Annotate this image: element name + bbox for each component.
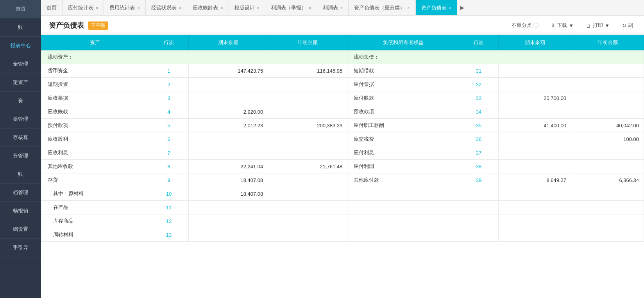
liability-year-start: 40,042.00 bbox=[571, 119, 644, 132]
liability-row-num: 33 bbox=[459, 91, 498, 105]
asset-name: 预付款项 bbox=[41, 119, 149, 132]
sidebar-item-basic-settings[interactable]: 础设置 bbox=[0, 220, 41, 239]
tab-close-balance-reclassified[interactable]: × bbox=[407, 5, 410, 10]
liability-period-end bbox=[499, 228, 571, 242]
sidebar-item-fund-mgmt[interactable]: 金管理 bbox=[0, 55, 41, 73]
asset-name: 应收票据 bbox=[41, 91, 149, 105]
asset-row-num: 8 bbox=[149, 160, 188, 173]
sidebar-item-investment[interactable]: 资 bbox=[0, 92, 41, 110]
sidebar-item-inventory[interactable]: 存核算 bbox=[0, 128, 41, 147]
asset-year-start bbox=[268, 146, 347, 160]
asset-row-num: 4 bbox=[149, 105, 188, 119]
tab-close-operations[interactable]: × bbox=[179, 5, 181, 10]
sidebar-item-home[interactable]: 首页 bbox=[0, 0, 41, 18]
tab-close-expense-stats[interactable]: × bbox=[137, 5, 140, 10]
liability-name: 应付票据 bbox=[347, 78, 459, 91]
refresh-btn[interactable]: ↻ 刷 bbox=[619, 20, 636, 30]
col-header-period-end: 期末余额 bbox=[189, 35, 268, 50]
asset-period-end bbox=[189, 214, 268, 228]
no-reclassify-btn[interactable]: 不重分类 ⓘ bbox=[508, 20, 542, 30]
tab-close-balance-sheet[interactable]: × bbox=[449, 5, 451, 10]
chevron-down-icon: ▼ bbox=[569, 23, 574, 29]
sidebar-item-report-center[interactable]: 报表中心 bbox=[0, 37, 41, 55]
download-btn[interactable]: ⇩ 下载 ▼ bbox=[548, 20, 577, 30]
sidebar-item-account[interactable]: 账 bbox=[0, 18, 41, 37]
asset-row-num: 13 bbox=[149, 228, 188, 242]
download-label: 下载 bbox=[557, 22, 567, 29]
asset-row-num: 5 bbox=[149, 119, 188, 132]
asset-name: 货币资金 bbox=[41, 64, 149, 78]
printer-icon: 🖨 bbox=[586, 23, 591, 29]
asset-period-end: 2,012.23 bbox=[189, 119, 268, 132]
liability-row-num: 38 bbox=[459, 160, 498, 173]
sidebar-item-sales[interactable]: 畅报销 bbox=[0, 202, 41, 220]
sidebar-item-guide[interactable]: 手引导 bbox=[0, 239, 41, 257]
refresh-label: 刷 bbox=[628, 22, 633, 29]
tab-operations[interactable]: 经营状况表 × bbox=[146, 0, 187, 16]
asset-name: 周转材料 bbox=[41, 228, 149, 242]
category-row: 流动资产： 流动负债： bbox=[41, 50, 644, 64]
asset-row-num: 10 bbox=[149, 187, 188, 201]
tab-close-template-design[interactable]: × bbox=[257, 5, 259, 10]
tab-scroll-right[interactable]: ▶ bbox=[457, 0, 467, 16]
liability-year-start bbox=[571, 91, 644, 105]
liability-row-num: 34 bbox=[459, 105, 498, 119]
tab-balance-sheet[interactable]: 资产负债表 × bbox=[416, 0, 457, 16]
print-btn[interactable]: 🖨 打印 ▼ bbox=[583, 20, 613, 30]
page-title-area: 资产负债表 不平衡 bbox=[49, 21, 108, 30]
tab-home[interactable]: 首页 bbox=[41, 0, 63, 16]
tab-close-payable-stats[interactable]: × bbox=[96, 5, 98, 10]
tab-payable-stats[interactable]: 应付统计表 × bbox=[63, 0, 104, 16]
no-reclassify-label: 不重分类 bbox=[512, 22, 532, 29]
liability-period-end bbox=[499, 78, 571, 91]
sidebar-item-fixed-assets[interactable]: 定资产 bbox=[0, 73, 41, 92]
sidebar-item-ledger[interactable]: 账 bbox=[0, 165, 41, 184]
asset-period-end bbox=[189, 91, 268, 105]
liability-year-start bbox=[571, 105, 644, 119]
sidebar: 首页 账 报表中心 金管理 定资产 资 票管理 存核算 务管理 账 档管理 畅报… bbox=[0, 0, 41, 298]
tab-close-profit-quarterly[interactable]: × bbox=[309, 5, 311, 10]
tab-receivable-aging[interactable]: 应收账龄表 × bbox=[187, 0, 229, 16]
asset-year-start bbox=[268, 228, 347, 242]
main-area: 首页 应付统计表 × 费用统计表 × 经营状况表 × 应收账龄表 × 模版设计 … bbox=[41, 0, 644, 298]
page-content: 资产负债表 不平衡 不重分类 ⓘ ⇩ 下载 ▼ 🖨 打印 ▼ bbox=[41, 16, 644, 298]
liability-period-end: 41,400.00 bbox=[499, 119, 571, 132]
liability-name: 预收款项 bbox=[347, 105, 459, 119]
tab-profit-quarterly[interactable]: 利润表（季报） × bbox=[265, 0, 317, 16]
asset-year-start bbox=[268, 105, 347, 119]
liability-period-end bbox=[499, 64, 571, 78]
col-header-assets: 资产 bbox=[41, 35, 149, 50]
liability-period-end bbox=[499, 201, 571, 214]
tab-profit[interactable]: 利润表 × bbox=[317, 0, 349, 16]
asset-period-end bbox=[189, 78, 268, 91]
refresh-icon: ↻ bbox=[622, 23, 626, 29]
asset-row-num: 11 bbox=[149, 201, 188, 214]
page-title: 资产负债表 bbox=[49, 21, 84, 30]
table-row: 短期投资 2 应付票据 32 bbox=[41, 78, 644, 91]
tab-balance-reclassified[interactable]: 资产负债表（重分类） × bbox=[349, 0, 415, 16]
table-row: 周转材料 13 bbox=[41, 228, 644, 242]
liability-period-end bbox=[499, 146, 571, 160]
liability-name bbox=[347, 214, 459, 228]
sidebar-item-archive-mgmt[interactable]: 档管理 bbox=[0, 184, 41, 202]
tab-close-receivable-aging[interactable]: × bbox=[220, 5, 223, 10]
sidebar-item-ticket-mgmt[interactable]: 票管理 bbox=[0, 110, 41, 128]
tab-expense-stats[interactable]: 费用统计表 × bbox=[104, 0, 145, 16]
tab-template-design[interactable]: 模版设计 × bbox=[229, 0, 265, 16]
sidebar-item-business-mgmt[interactable]: 务管理 bbox=[0, 147, 41, 165]
liability-name: 应付账款 bbox=[347, 91, 459, 105]
asset-year-start bbox=[268, 173, 347, 187]
table-row: 其中：原材料 10 18,407.08 bbox=[41, 187, 644, 201]
table-row: 存货 9 18,407.08 其他应付款 39 8,649.27 6,366.3… bbox=[41, 173, 644, 187]
asset-row-num: 2 bbox=[149, 78, 188, 91]
liability-year-start: 6,366.34 bbox=[571, 173, 644, 187]
tab-close-profit[interactable]: × bbox=[340, 5, 343, 10]
liability-row-num: 35 bbox=[459, 119, 498, 132]
asset-period-end: 2,920.00 bbox=[189, 105, 268, 119]
asset-name: 应收账款 bbox=[41, 105, 149, 119]
table-row: 应收利息 7 应付利息 37 bbox=[41, 146, 644, 160]
table-row: 库存商品 12 bbox=[41, 214, 644, 228]
table-row: 应收股利 6 应交税费 36 100.00 bbox=[41, 132, 644, 146]
liability-row-num bbox=[459, 187, 498, 201]
liability-year-start bbox=[571, 201, 644, 214]
